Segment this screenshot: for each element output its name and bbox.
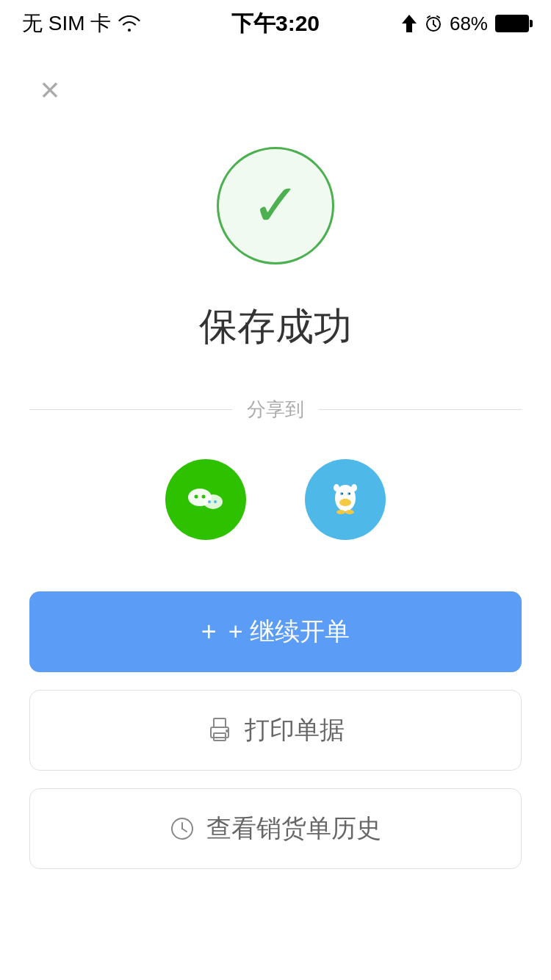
print-label: 打印单据 [245,713,345,747]
status-time: 下午3:20 [231,9,320,39]
svg-point-7 [195,495,198,499]
battery-percent: 68% [450,12,488,35]
svg-point-9 [208,500,211,503]
continue-button[interactable]: + + 继续开单 [29,591,522,672]
history-button[interactable]: 查看销货单历史 [29,788,522,869]
close-icon: × [40,73,60,107]
status-left: 无 SIM 卡 [22,10,140,37]
main-content: × ✓ 保存成功 分享到 [0,47,551,869]
svg-point-19 [342,499,349,503]
svg-point-23 [351,484,357,491]
print-button[interactable]: 打印单据 [29,690,522,771]
svg-point-21 [345,510,354,514]
clock-icon [170,816,195,841]
continue-label: + 继续开单 [228,615,350,649]
wechat-share-button[interactable] [165,459,246,540]
svg-point-6 [204,494,223,509]
close-button[interactable]: × [29,69,71,110]
qq-share-button[interactable] [305,459,386,540]
svg-point-17 [349,493,350,494]
wechat-icon [184,478,228,522]
svg-point-8 [202,495,206,499]
success-circle: ✓ [217,147,334,264]
close-button-row: × [29,69,522,110]
svg-line-4 [437,16,439,18]
divider-right [319,409,522,410]
svg-point-16 [342,493,343,494]
svg-rect-25 [214,718,226,727]
wifi-icon [118,15,140,32]
divider-left [29,409,232,410]
history-label: 查看销货单历史 [206,812,381,846]
share-section: 分享到 [29,397,522,540]
alarm-icon [425,15,442,32]
qq-icon [323,478,367,522]
svg-point-20 [336,510,345,514]
success-title: 保存成功 [199,301,352,353]
action-buttons: + + 继续开单 打印单据 查看销货单历史 [29,591,522,869]
svg-line-3 [428,16,430,18]
battery-icon [495,15,529,32]
svg-line-30 [182,829,187,832]
status-right: 68% [401,12,529,35]
share-icons-row [29,459,522,540]
plus-icon: + [201,616,217,647]
location-icon [401,14,417,33]
printer-icon [206,717,233,743]
share-divider-row: 分享到 [29,397,522,422]
svg-point-10 [214,500,217,503]
checkmark-icon: ✓ [251,176,300,235]
no-sim-label: 无 SIM 卡 [22,10,111,37]
svg-point-27 [226,729,228,732]
svg-point-22 [334,484,339,491]
share-label: 分享到 [247,397,304,422]
status-bar: 无 SIM 卡 下午3:20 68% [0,0,551,47]
svg-line-2 [433,24,436,26]
